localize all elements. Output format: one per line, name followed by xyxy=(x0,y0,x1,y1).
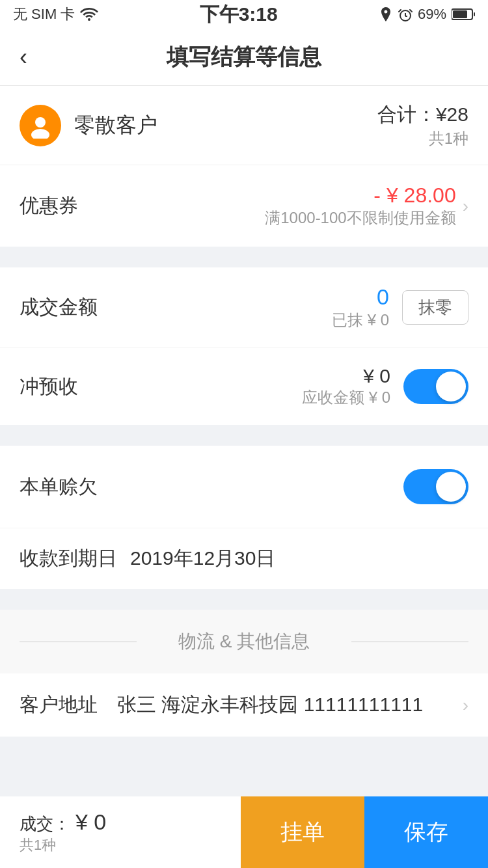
deal-row: 成交金额 0 已抹 ¥ 0 抹零 xyxy=(0,267,488,348)
address-label: 客户地址 xyxy=(20,692,98,718)
precollect-amount: ¥ 0 xyxy=(302,365,390,387)
bottom-summary: 成交： ¥ 0 共1种 xyxy=(0,809,241,855)
divider-3 xyxy=(0,599,488,610)
summary-value: ¥ 0 xyxy=(75,809,106,835)
status-right: 69% xyxy=(379,6,475,23)
precollect-row: 冲预收 ¥ 0 应收金额 ¥ 0 xyxy=(0,348,488,425)
save-button[interactable]: 保存 xyxy=(364,796,488,868)
svg-rect-4 xyxy=(453,10,467,18)
precollect-right: ¥ 0 应收金额 ¥ 0 xyxy=(302,365,468,408)
user-icon xyxy=(27,113,53,139)
svg-point-6 xyxy=(35,117,46,128)
nav-bar: ‹ 填写结算等信息 xyxy=(0,29,488,86)
deal-right: 0 已抹 ¥ 0 抹零 xyxy=(332,284,468,331)
duedate-value: 2019年12月30日 xyxy=(130,545,275,572)
precollect-amounts: ¥ 0 应收金额 ¥ 0 xyxy=(302,365,390,408)
wifi-icon xyxy=(80,8,98,21)
deal-sub-text: 已抹 ¥ 0 xyxy=(332,310,389,331)
deal-section: 成交金额 0 已抹 ¥ 0 抹零 冲预收 ¥ 0 应收金额 ¥ 0 xyxy=(0,267,488,425)
battery-icon xyxy=(452,8,475,21)
chevron-right-icon: › xyxy=(463,196,468,217)
divider-1 xyxy=(0,257,488,267)
svg-point-7 xyxy=(31,129,49,139)
debit-row: 本单赊欠 xyxy=(0,446,488,528)
battery-percent: 69% xyxy=(418,6,446,23)
coupon-label: 优惠券 xyxy=(20,193,78,219)
status-left: 无 SIM 卡 xyxy=(13,5,98,24)
debit-toggle-knob xyxy=(436,472,466,502)
hang-single-button[interactable]: 挂单 xyxy=(241,796,364,868)
bottom-bar: 成交： ¥ 0 共1种 挂单 保存 xyxy=(0,796,488,868)
logistics-header: 物流 & 其他信息 xyxy=(0,610,488,673)
debit-toggle[interactable] xyxy=(403,469,468,504)
customer-row: 零散客户 合计：¥28 共1种 xyxy=(0,86,488,165)
duedate-label: 收款到期日 xyxy=(20,545,117,572)
customer-name: 零散客户 xyxy=(74,111,157,140)
coupon-desc: 满1000-100不限制使用金额 xyxy=(265,208,455,228)
precollect-toggle[interactable] xyxy=(403,369,468,404)
coupon-amount: - ¥ 28.00 xyxy=(265,183,455,208)
coupon-right: - ¥ 28.00 满1000-100不限制使用金额 › xyxy=(265,183,468,228)
duedate-row: 收款到期日 2019年12月30日 xyxy=(0,528,488,589)
precollect-receivable: 应收金额 ¥ 0 xyxy=(302,387,390,408)
precollect-label: 冲预收 xyxy=(20,375,78,397)
customer-left: 零散客户 xyxy=(20,105,157,146)
customer-section: 零散客户 合计：¥28 共1种 优惠券 - ¥ 28.00 满1000-100不… xyxy=(0,86,488,247)
alarm-icon xyxy=(398,7,413,21)
customer-total: 合计：¥28 xyxy=(377,102,468,128)
coupon-info: - ¥ 28.00 满1000-100不限制使用金额 xyxy=(265,183,455,228)
toggle-knob xyxy=(436,372,466,401)
address-row[interactable]: 客户地址 张三 海淀永丰科技园 11111111111 › xyxy=(0,673,488,737)
no-sim-label: 无 SIM 卡 xyxy=(13,5,75,24)
address-value: 张三 海淀永丰科技园 11111111111 xyxy=(117,692,463,718)
status-time: 下午3:18 xyxy=(200,1,278,28)
back-button[interactable]: ‹ xyxy=(20,44,27,71)
precollect-left: 冲预收 xyxy=(20,373,78,400)
logistics-header-text: 物流 & 其他信息 xyxy=(178,631,310,651)
customer-avatar xyxy=(20,105,61,146)
logistics-section: 物流 & 其他信息 客户地址 张三 海淀永丰科技园 11111111111 › xyxy=(0,610,488,737)
summary-label: 成交： xyxy=(20,813,70,835)
content: 零散客户 合计：¥28 共1种 优惠券 - ¥ 28.00 满1000-100不… xyxy=(0,86,488,825)
deal-label: 成交金额 xyxy=(20,294,98,321)
debit-section: 本单赊欠 收款到期日 2019年12月30日 xyxy=(0,446,488,589)
coupon-row[interactable]: 优惠券 - ¥ 28.00 满1000-100不限制使用金额 › xyxy=(0,165,488,247)
address-chevron-icon: › xyxy=(463,695,468,716)
customer-count: 共1种 xyxy=(377,128,468,149)
page-title: 填写结算等信息 xyxy=(167,42,321,72)
divider-2 xyxy=(0,435,488,446)
svg-rect-5 xyxy=(474,12,475,16)
location-icon xyxy=(379,7,393,21)
summary-count: 共1种 xyxy=(20,835,221,855)
status-bar: 无 SIM 卡 下午3:18 69% xyxy=(0,0,488,29)
customer-right: 合计：¥28 共1种 xyxy=(377,102,468,149)
debit-label: 本单赊欠 xyxy=(20,474,98,500)
round-zero-button[interactable]: 抹零 xyxy=(402,290,468,325)
deal-value: 0 xyxy=(377,284,389,309)
